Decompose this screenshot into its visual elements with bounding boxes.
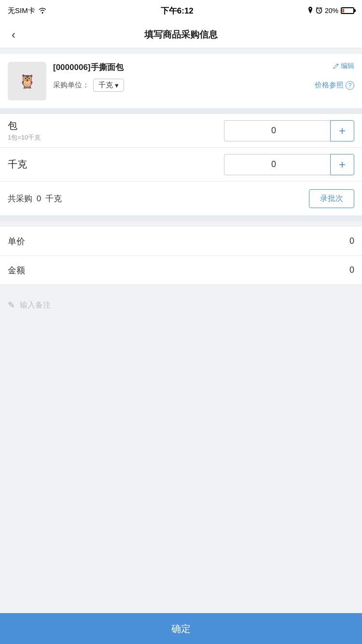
kg-input-row: 千克 + bbox=[0, 148, 362, 182]
status-time: 下午6:12 bbox=[161, 5, 194, 16]
notes-icon: ✎ bbox=[8, 300, 15, 310]
input-section: 包 1包=10千克 + 千克 + bbox=[0, 114, 362, 182]
total-text: 共采购 0 千克 bbox=[8, 193, 62, 204]
wifi-icon bbox=[38, 7, 47, 15]
section-divider-2 bbox=[0, 215, 362, 221]
amount-value: 0 bbox=[349, 265, 354, 275]
unit-value: 千克 bbox=[98, 81, 113, 90]
kg-label: 千克 bbox=[8, 158, 51, 171]
bag-sublabel: 1包=10千克 bbox=[8, 133, 51, 142]
edit-button[interactable]: 编辑 bbox=[333, 62, 354, 70]
notes-placeholder: 输入备注 bbox=[20, 300, 51, 310]
bag-controls: + bbox=[51, 120, 354, 141]
content-area bbox=[0, 320, 362, 455]
total-prefix: 共采购 bbox=[8, 194, 32, 203]
kg-quantity-input[interactable] bbox=[224, 154, 330, 175]
batch-button[interactable]: 录批次 bbox=[309, 189, 354, 208]
product-card: 🦉 [0000006]手撕面包 编辑 采购单位： 千克 ▾ 价格参照 ? bbox=[0, 54, 362, 108]
kg-controls: + bbox=[51, 154, 354, 175]
status-right: 20% bbox=[307, 7, 354, 15]
nav-bar: ‹ 填写商品采购信息 bbox=[0, 21, 362, 48]
help-icon: ? bbox=[346, 81, 354, 90]
battery-icon bbox=[341, 7, 354, 14]
unit-prefix-label: 采购单位： bbox=[53, 81, 89, 90]
product-name-row: [0000006]手撕面包 编辑 bbox=[53, 62, 354, 73]
status-bar: 无SIM卡 下午6:12 20% bbox=[0, 0, 362, 21]
kg-label-area: 千克 bbox=[8, 158, 51, 171]
unit-row: 采购单位： 千克 ▾ 价格参照 ? bbox=[53, 79, 354, 92]
alarm-icon bbox=[316, 7, 322, 15]
unit-price-value: 0 bbox=[349, 236, 354, 246]
total-amount: 0 bbox=[37, 194, 41, 203]
price-reference-button[interactable]: 价格参照 ? bbox=[315, 81, 354, 90]
amount-label: 金额 bbox=[8, 265, 25, 276]
price-section: 单价 0 金额 0 bbox=[0, 227, 362, 285]
total-row: 共采购 0 千克 录批次 bbox=[0, 182, 362, 215]
edit-label: 编辑 bbox=[341, 62, 354, 70]
bag-quantity-input[interactable] bbox=[224, 120, 330, 141]
product-name: [0000006]手撕面包 bbox=[53, 62, 333, 73]
bag-label-area: 包 1包=10千克 bbox=[8, 119, 51, 142]
unit-price-row: 单价 0 bbox=[0, 227, 362, 256]
carrier-label: 无SIM卡 bbox=[8, 6, 35, 15]
notes-section[interactable]: ✎ 输入备注 bbox=[0, 291, 362, 320]
product-image: 🦉 bbox=[8, 62, 46, 100]
price-ref-label: 价格参照 bbox=[315, 81, 344, 90]
amount-row: 金额 0 bbox=[0, 256, 362, 285]
section-divider-1 bbox=[0, 108, 362, 114]
unit-price-label: 单价 bbox=[8, 236, 25, 247]
bag-input-row: 包 1包=10千克 + bbox=[0, 114, 362, 148]
dropdown-icon: ▾ bbox=[115, 81, 119, 90]
bag-plus-button[interactable]: + bbox=[330, 120, 354, 141]
unit-dropdown[interactable]: 千克 ▾ bbox=[93, 79, 124, 92]
location-icon bbox=[307, 7, 313, 15]
battery-percentage: 20% bbox=[325, 7, 338, 14]
kg-plus-button[interactable]: + bbox=[330, 154, 354, 175]
page-title: 填写商品采购信息 bbox=[144, 28, 218, 41]
product-info: [0000006]手撕面包 编辑 采购单位： 千克 ▾ 价格参照 ? bbox=[53, 62, 354, 92]
total-unit: 千克 bbox=[45, 194, 62, 203]
bag-label: 包 bbox=[8, 119, 51, 132]
confirm-button[interactable]: 确定 bbox=[0, 613, 362, 644]
back-button[interactable]: ‹ bbox=[8, 24, 19, 45]
status-left: 无SIM卡 bbox=[8, 6, 47, 15]
